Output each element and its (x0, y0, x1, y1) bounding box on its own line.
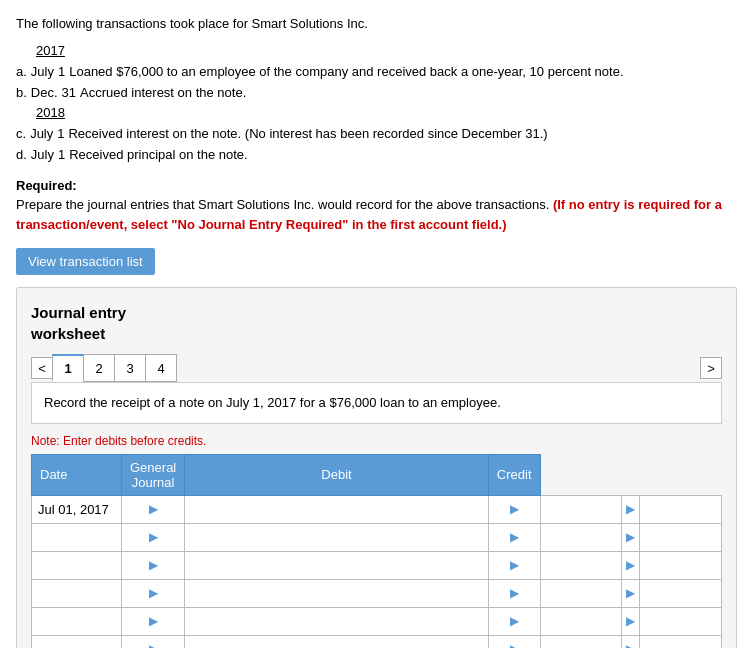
cell-date-0: Jul 01, 2017 (32, 495, 122, 523)
table-row: ▶▶▶ (32, 607, 722, 635)
trans-a-text: Loaned $76,000 to an employee of the com… (69, 62, 623, 83)
col-header-debit: Debit (185, 454, 489, 495)
instruction-box: Record the receipt of a note on July 1, … (31, 382, 722, 424)
cell-journal-0[interactable] (185, 495, 489, 523)
arrow-journal-1: ▶ (122, 523, 185, 551)
cell-journal-1[interactable] (185, 523, 489, 551)
cell-debit-5[interactable] (540, 635, 622, 648)
tab-4[interactable]: 4 (145, 354, 177, 382)
prev-tab-arrow[interactable]: < (31, 357, 53, 379)
arrow-journal-2: ▶ (122, 551, 185, 579)
tab-1[interactable]: 1 (52, 354, 84, 382)
cell-debit-0[interactable] (540, 495, 622, 523)
arrow-debit-5: ▶ (488, 635, 540, 648)
required-label: Required: (16, 178, 77, 193)
col-header-date: Date (32, 454, 122, 495)
journal-entry-worksheet: Journal entry worksheet < 1 2 3 4 > Reco… (16, 287, 737, 648)
arrow-journal-4: ▶ (122, 607, 185, 635)
intro-text: The following transactions took place fo… (16, 16, 737, 31)
cell-date-1 (32, 523, 122, 551)
cell-credit-1[interactable] (640, 523, 722, 551)
table-row: ▶▶▶ (32, 635, 722, 648)
cell-credit-4[interactable] (640, 607, 722, 635)
arrow-credit-4: ▶ (622, 607, 640, 635)
trans-c-day: 1 (57, 124, 64, 145)
trans-c-text: Received interest on the note. (No inter… (68, 124, 547, 145)
tab-3[interactable]: 3 (114, 354, 146, 382)
trans-d-text: Received principal on the note. (69, 145, 248, 166)
cell-debit-3[interactable] (540, 579, 622, 607)
arrow-credit-2: ▶ (622, 551, 640, 579)
next-tab-arrow[interactable]: > (700, 357, 722, 379)
trans-a-month: July (31, 62, 54, 83)
trans-b-text: Accrued interest on the note. (80, 83, 246, 104)
arrow-journal-0: ▶ (122, 495, 185, 523)
cell-credit-0[interactable] (640, 495, 722, 523)
transactions-section: 2017 a. July 1 Loaned $76,000 to an empl… (16, 41, 737, 166)
trans-d-day: 1 (58, 145, 65, 166)
arrow-credit-0: ▶ (622, 495, 640, 523)
cell-journal-5[interactable] (185, 635, 489, 648)
trans-c-label: c. (16, 124, 26, 145)
cell-journal-4[interactable] (185, 607, 489, 635)
trans-a-day: 1 (58, 62, 65, 83)
cell-date-3 (32, 579, 122, 607)
transaction-c: c. July 1 Received interest on the note.… (16, 124, 737, 145)
cell-journal-2[interactable] (185, 551, 489, 579)
table-row: Jul 01, 2017▶▶▶ (32, 495, 722, 523)
cell-date-2 (32, 551, 122, 579)
col-header-credit: Credit (488, 454, 540, 495)
arrow-debit-4: ▶ (488, 607, 540, 635)
journal-table: Date General Journal Debit Credit Jul 01… (31, 454, 722, 648)
arrow-debit-0: ▶ (488, 495, 540, 523)
cell-date-5 (32, 635, 122, 648)
arrow-credit-5: ▶ (622, 635, 640, 648)
trans-b-label: b. (16, 83, 27, 104)
trans-d-label: d. (16, 145, 27, 166)
cell-debit-4[interactable] (540, 607, 622, 635)
trans-a-label: a. (16, 62, 27, 83)
required-section: Required: Prepare the journal entries th… (16, 176, 737, 235)
instruction-text: Record the receipt of a note on July 1, … (44, 395, 501, 410)
required-text: Prepare the journal entries that Smart S… (16, 197, 549, 212)
table-row: ▶▶▶ (32, 579, 722, 607)
cell-date-4 (32, 607, 122, 635)
year-2017: 2017 (36, 41, 737, 62)
trans-c-month: July (30, 124, 53, 145)
arrow-journal-5: ▶ (122, 635, 185, 648)
trans-b-day: 31 (62, 83, 76, 104)
table-row: ▶▶▶ (32, 523, 722, 551)
cell-debit-2[interactable] (540, 551, 622, 579)
transaction-a: a. July 1 Loaned $76,000 to an employee … (16, 62, 737, 83)
year-2018: 2018 (36, 103, 737, 124)
arrow-credit-3: ▶ (622, 579, 640, 607)
trans-b-month: Dec. (31, 83, 58, 104)
cell-credit-5[interactable] (640, 635, 722, 648)
tab-2[interactable]: 2 (83, 354, 115, 382)
trans-d-month: July (31, 145, 54, 166)
cell-credit-2[interactable] (640, 551, 722, 579)
tabs-group: 1 2 3 4 (53, 354, 177, 382)
view-transaction-list-button[interactable]: View transaction list (16, 248, 155, 275)
arrow-debit-3: ▶ (488, 579, 540, 607)
cell-debit-1[interactable] (540, 523, 622, 551)
arrow-debit-1: ▶ (488, 523, 540, 551)
cell-credit-3[interactable] (640, 579, 722, 607)
arrow-debit-2: ▶ (488, 551, 540, 579)
transaction-d: d. July 1 Received principal on the note… (16, 145, 737, 166)
cell-journal-3[interactable] (185, 579, 489, 607)
worksheet-title: Journal entry worksheet (31, 302, 722, 344)
arrow-credit-1: ▶ (622, 523, 640, 551)
arrow-journal-3: ▶ (122, 579, 185, 607)
table-row: ▶▶▶ (32, 551, 722, 579)
note-text: Note: Enter debits before credits. (31, 434, 722, 448)
col-header-general-journal: General Journal (122, 454, 185, 495)
tab-navigation: < 1 2 3 4 > (31, 354, 722, 382)
transaction-b: b. Dec. 31 Accrued interest on the note. (16, 83, 737, 104)
